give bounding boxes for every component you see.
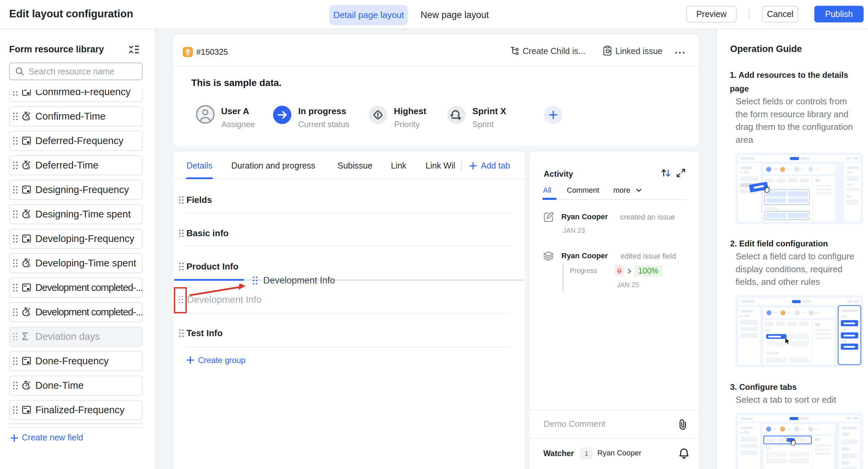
- svg-text:P: P: [28, 117, 31, 122]
- svg-text:P: P: [28, 386, 31, 391]
- svg-text:P: P: [28, 214, 31, 220]
- svg-text:P: P: [28, 312, 31, 317]
- svg-text:P: P: [28, 263, 31, 268]
- svg-text:P: P: [28, 166, 31, 171]
